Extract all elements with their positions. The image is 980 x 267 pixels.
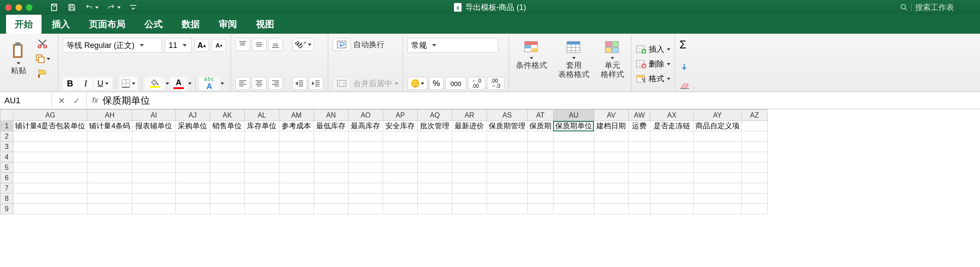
cell-AW3[interactable] bbox=[628, 142, 650, 152]
cell-AS4[interactable] bbox=[487, 152, 527, 162]
cell-AP2[interactable] bbox=[383, 131, 417, 142]
cell-AX9[interactable] bbox=[650, 204, 693, 214]
cell-AX1[interactable]: 是否走冻链 bbox=[650, 121, 693, 131]
cell-AK5[interactable] bbox=[210, 162, 244, 173]
fx-icon[interactable]: fx bbox=[92, 96, 98, 105]
cell-AL1[interactable]: 库存单位 bbox=[244, 121, 279, 131]
cell-AT3[interactable] bbox=[527, 142, 553, 152]
cell-AQ9[interactable] bbox=[417, 204, 452, 214]
cell-AP6[interactable] bbox=[383, 173, 417, 183]
cell-AT6[interactable] bbox=[527, 173, 553, 183]
italic-button[interactable]: I bbox=[78, 77, 93, 90]
cell-AT9[interactable] bbox=[527, 204, 553, 214]
name-box[interactable]: AU1 bbox=[0, 92, 52, 109]
comma-button[interactable]: 000 bbox=[445, 77, 466, 90]
cell-AK9[interactable] bbox=[210, 204, 244, 214]
cell-AR7[interactable] bbox=[452, 183, 487, 194]
cell-AG1[interactable]: 辅计量4是否包装单位 bbox=[13, 121, 87, 131]
decrease-font-button[interactable]: A▾ bbox=[211, 39, 226, 52]
cell-AH7[interactable] bbox=[87, 183, 132, 194]
cell-AS3[interactable] bbox=[487, 142, 527, 152]
cell-AJ1[interactable]: 采购单位 bbox=[175, 121, 210, 131]
cell-AZ8[interactable] bbox=[741, 194, 767, 204]
cell-AH4[interactable] bbox=[87, 152, 132, 162]
cell-AJ8[interactable] bbox=[175, 194, 210, 204]
cell-AW4[interactable] bbox=[628, 152, 650, 162]
cell-AG8[interactable] bbox=[13, 194, 87, 204]
cell-AW5[interactable] bbox=[628, 162, 650, 173]
cell-AL5[interactable] bbox=[244, 162, 279, 173]
cell-AL2[interactable] bbox=[244, 131, 279, 142]
cell-AH3[interactable] bbox=[87, 142, 132, 152]
cell-AY7[interactable] bbox=[693, 183, 741, 194]
column-header-AW[interactable]: AW bbox=[628, 110, 650, 121]
autosum-icon[interactable]: Σ bbox=[679, 38, 686, 51]
percent-button[interactable]: % bbox=[429, 77, 444, 90]
cell-AM6[interactable] bbox=[279, 173, 314, 183]
cell-AV3[interactable] bbox=[594, 142, 628, 152]
paste-dropdown-icon[interactable] bbox=[17, 62, 20, 64]
font-color-button[interactable]: A bbox=[170, 77, 187, 90]
cell-AM8[interactable] bbox=[279, 194, 314, 204]
cell-AT1[interactable]: 保质期 bbox=[527, 121, 553, 131]
cell-AV9[interactable] bbox=[594, 204, 628, 214]
format-cells-button[interactable]: 格式 bbox=[636, 73, 670, 84]
cell-AV8[interactable] bbox=[594, 194, 628, 204]
minimize-window-button[interactable] bbox=[16, 4, 22, 11]
format-as-table-button[interactable]: 套用 表格格式 bbox=[556, 38, 592, 80]
increase-font-button[interactable]: A▴ bbox=[194, 39, 209, 52]
cell-AV4[interactable] bbox=[594, 152, 628, 162]
cell-AX8[interactable] bbox=[650, 194, 693, 204]
cell-AP8[interactable] bbox=[383, 194, 417, 204]
cell-AT7[interactable] bbox=[527, 183, 553, 194]
redo-dropdown-icon[interactable] bbox=[117, 6, 121, 9]
cell-AL8[interactable] bbox=[244, 194, 279, 204]
format-painter-icon[interactable] bbox=[35, 68, 50, 79]
cell-AN8[interactable] bbox=[314, 194, 348, 204]
cell-AY5[interactable] bbox=[693, 162, 741, 173]
cell-AL7[interactable] bbox=[244, 183, 279, 194]
column-header-AS[interactable]: AS bbox=[487, 110, 527, 121]
cell-AO8[interactable] bbox=[348, 194, 383, 204]
cell-AV2[interactable] bbox=[594, 131, 628, 142]
cell-AT8[interactable] bbox=[527, 194, 553, 204]
paste-button[interactable]: 粘贴 bbox=[8, 40, 29, 77]
cell-AL3[interactable] bbox=[244, 142, 279, 152]
cell-AJ3[interactable] bbox=[175, 142, 210, 152]
row-header-9[interactable]: 9 bbox=[0, 204, 13, 214]
cell-AP9[interactable] bbox=[383, 204, 417, 214]
cell-AQ8[interactable] bbox=[417, 194, 452, 204]
font-size-select[interactable]: 11 bbox=[165, 38, 192, 53]
search-box[interactable] bbox=[900, 3, 976, 12]
cell-AK1[interactable]: 销售单位 bbox=[210, 121, 244, 131]
row-header-6[interactable]: 6 bbox=[0, 173, 13, 183]
column-header-AM[interactable]: AM bbox=[279, 110, 314, 121]
worksheet-grid[interactable]: AGAHAIAJAKALAMANAOAPAQARASATAUAVAWAXAYAZ… bbox=[0, 109, 980, 267]
ribbon-tab-5[interactable]: 审阅 bbox=[210, 14, 246, 34]
cell-AG7[interactable] bbox=[13, 183, 87, 194]
cell-AU8[interactable] bbox=[553, 194, 594, 204]
cell-AU4[interactable] bbox=[553, 152, 594, 162]
cell-AI7[interactable] bbox=[132, 183, 175, 194]
orientation-button[interactable]: ab↗ bbox=[292, 38, 314, 51]
wrap-text-button[interactable] bbox=[333, 38, 351, 51]
cell-AQ4[interactable] bbox=[417, 152, 452, 162]
cell-AR9[interactable] bbox=[452, 204, 487, 214]
cell-AQ1[interactable]: 批次管理 bbox=[417, 121, 452, 131]
home-icon[interactable] bbox=[50, 3, 59, 12]
row-header-8[interactable]: 8 bbox=[0, 194, 13, 204]
cell-AZ7[interactable] bbox=[741, 183, 767, 194]
cell-AU1[interactable]: 保质期单位 bbox=[553, 121, 594, 131]
cell-AK8[interactable] bbox=[210, 194, 244, 204]
cell-AG5[interactable] bbox=[13, 162, 87, 173]
decrease-indent-button[interactable] bbox=[292, 77, 307, 90]
cell-AG2[interactable] bbox=[13, 131, 87, 142]
cell-AG3[interactable] bbox=[13, 142, 87, 152]
column-header-AV[interactable]: AV bbox=[594, 110, 628, 121]
row-header-1[interactable]: 1 bbox=[0, 121, 13, 131]
column-header-AX[interactable]: AX bbox=[650, 110, 693, 121]
cell-AG4[interactable] bbox=[13, 152, 87, 162]
cell-AX2[interactable] bbox=[650, 131, 693, 142]
cell-AK4[interactable] bbox=[210, 152, 244, 162]
cell-AM4[interactable] bbox=[279, 152, 314, 162]
